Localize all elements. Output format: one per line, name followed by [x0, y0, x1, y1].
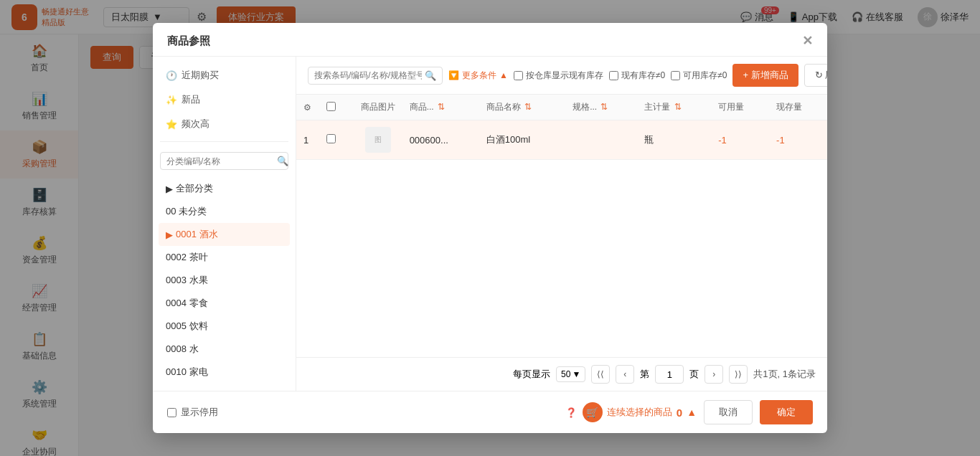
modal-header: 商品参照 ✕	[153, 23, 827, 57]
page-next-button[interactable]: ›	[705, 365, 723, 384]
product-table-wrapper: ⚙ 商品图片 商品... ⇅ 商品名称 ⇅	[296, 95, 827, 357]
cart-icon: 🛒	[583, 402, 603, 422]
available-stock-checkbox[interactable]	[671, 71, 680, 80]
footer-middle: ❓ 🛒 连续选择的商品 0 ▲	[565, 402, 697, 422]
category-item-00[interactable]: 00 未分类	[159, 200, 290, 223]
category-item-0004[interactable]: 0004 零食	[159, 292, 290, 315]
table-row-code: 000600...	[402, 120, 479, 160]
product-search-input[interactable]	[314, 70, 422, 80]
new-products-icon: ✨	[166, 95, 177, 105]
modal-footer: 显示停用 ❓ 🛒 连续选择的商品 0 ▲ 取消 确定	[153, 391, 827, 433]
add-product-button[interactable]: + 新增商品	[732, 64, 798, 87]
table-row-available: -1	[711, 120, 769, 160]
category-item-0002[interactable]: 0002 茶叶	[159, 246, 290, 269]
row-checkbox[interactable]	[326, 134, 336, 143]
check-available-stock[interactable]: 可用库存≠0	[671, 70, 727, 82]
category-item-0001[interactable]: ▶ 0001 酒水	[159, 223, 290, 246]
nonzero-stock-checkbox[interactable]	[609, 71, 618, 80]
page-number-input[interactable]	[655, 365, 684, 384]
pagination-bar: 每页显示 50 ▼ ⟨⟨ ‹ 第 页 › ⟩⟩ 共1页, 1条记录	[296, 357, 827, 391]
left-divider	[160, 141, 288, 142]
cancel-button[interactable]: 取消	[704, 400, 753, 424]
modal-overlay: 商品参照 ✕ 🕐 近期购买 ✨ 新品 ⭐ 频次高	[0, 0, 980, 456]
collapse-icon[interactable]: ▲	[687, 407, 697, 418]
right-panel: 🔍 🔽 更多条件 ▲ 按仓库显示现有库存 现有库存≠0	[296, 57, 827, 391]
refresh-button[interactable]: ↻ 刷新	[804, 64, 827, 87]
sort-name-icon: ⇅	[524, 102, 532, 112]
pagination-info: 共1页, 1条记录	[753, 368, 816, 381]
table-stock-header: 现存量	[769, 95, 827, 120]
table-code-header[interactable]: 商品... ⇅	[402, 95, 479, 120]
display-disabled-checkbox[interactable]	[167, 408, 176, 417]
footer-right: 取消 确定	[704, 400, 813, 424]
sort-unit-icon: ⇅	[674, 102, 682, 112]
page-last-button[interactable]: ⟩⟩	[729, 365, 748, 384]
help-icon[interactable]: ❓	[565, 407, 577, 418]
display-disabled-label[interactable]: 显示停用	[167, 406, 218, 419]
modal-title: 商品参照	[167, 34, 210, 48]
filter-bar: 🔍 🔽 更多条件 ▲ 按仓库显示现有库存 现有库存≠0	[296, 57, 827, 95]
recent-purchase-icon: 🕐	[166, 70, 177, 81]
search-icon: 🔍	[277, 156, 288, 166]
table-row-stock: -1	[769, 120, 827, 160]
sort-spec-icon: ⇅	[600, 102, 608, 112]
category-item-0005[interactable]: 0005 饮料	[159, 315, 290, 338]
toolbar-buttons: + 新增商品 ↻ 刷新	[732, 64, 827, 87]
left-panel: 🕐 近期购买 ✨ 新品 ⭐ 频次高 🔍	[153, 57, 296, 391]
table-unit-header[interactable]: 主计量 ⇅	[637, 95, 711, 120]
table-name-header[interactable]: 商品名称 ⇅	[479, 95, 565, 120]
high-frequency-icon: ⭐	[166, 119, 177, 130]
filter-icon: 🔽	[448, 70, 459, 80]
category-item-0010[interactable]: 0010 家电	[159, 361, 290, 384]
check-warehouse-stock[interactable]: 按仓库显示现有库存	[514, 70, 603, 82]
product-table: ⚙ 商品图片 商品... ⇅ 商品名称 ⇅	[296, 95, 827, 160]
page-size-label: 每页显示	[513, 368, 550, 381]
product-thumbnail: 图	[365, 127, 391, 153]
table-spec-header[interactable]: 规格... ⇅	[565, 95, 637, 120]
chevron-up-icon: ▲	[499, 70, 508, 80]
chevron-down-page-icon: ▼	[572, 369, 580, 379]
cart-button[interactable]: 🛒 连续选择的商品 0 ▲	[583, 402, 697, 422]
arrow-icon: ▶	[166, 184, 173, 194]
category-search-input[interactable]	[166, 156, 274, 166]
confirm-button[interactable]: 确定	[760, 400, 813, 424]
search-product-icon: 🔍	[425, 70, 436, 81]
table-checkbox-header[interactable]	[319, 95, 354, 120]
page-first-button[interactable]: ⟨⟨	[591, 365, 610, 384]
table-row-spec	[565, 120, 637, 160]
category-item-0003[interactable]: 0003 水果	[159, 269, 290, 292]
tab-new-products[interactable]: ✨ 新品	[159, 88, 290, 111]
table-row-name: 白酒100ml	[479, 120, 565, 160]
page-label: 第	[640, 368, 649, 381]
category-item-0008[interactable]: 0008 水	[159, 338, 290, 361]
modal-body: 🕐 近期购买 ✨ 新品 ⭐ 频次高 🔍	[153, 57, 827, 391]
table-row[interactable]: 1 图 000600... 白酒100ml 瓶 -1 -1	[296, 120, 827, 160]
table-row-num: 1	[296, 120, 319, 160]
tab-recent-purchase[interactable]: 🕐 近期购买	[159, 64, 290, 87]
left-panel-tabs: 🕐 近期购买 ✨ 新品 ⭐ 频次高	[153, 64, 296, 136]
sort-code-icon: ⇅	[438, 102, 445, 112]
product-reference-modal: 商品参照 ✕ 🕐 近期购买 ✨ 新品 ⭐ 频次高	[153, 23, 827, 433]
table-settings-header[interactable]: ⚙	[296, 95, 319, 120]
cart-count: 0	[677, 407, 682, 419]
page-unit-label: 页	[689, 368, 699, 381]
table-available-header: 可用量	[711, 95, 769, 120]
left-search-box[interactable]: 🔍	[160, 152, 288, 170]
more-conditions-button[interactable]: 🔽 更多条件 ▲	[448, 70, 508, 82]
table-row-checkbox[interactable]	[319, 120, 354, 160]
select-all-checkbox[interactable]	[326, 102, 336, 111]
tab-high-frequency[interactable]: ⭐ 频次高	[159, 113, 290, 136]
cart-label: 连续选择的商品	[607, 406, 672, 419]
category-tree: ▶ 全部分类 00 未分类 ▶ 0001 酒水 0002 茶叶 0003 水果	[153, 177, 296, 384]
table-img-header: 商品图片	[354, 95, 402, 120]
warehouse-stock-checkbox[interactable]	[514, 71, 523, 80]
table-header-row: ⚙ 商品图片 商品... ⇅ 商品名称 ⇅	[296, 95, 827, 120]
table-row-unit: 瓶	[637, 120, 711, 160]
product-search-box[interactable]: 🔍	[308, 67, 443, 85]
modal-close-button[interactable]: ✕	[802, 33, 813, 49]
check-nonzero-stock[interactable]: 现有库存≠0	[609, 70, 665, 82]
page-size-selector[interactable]: 50 ▼	[556, 366, 585, 382]
category-item-all[interactable]: ▶ 全部分类	[159, 177, 290, 200]
table-row-img: 图	[354, 120, 402, 160]
page-prev-button[interactable]: ‹	[616, 365, 634, 384]
